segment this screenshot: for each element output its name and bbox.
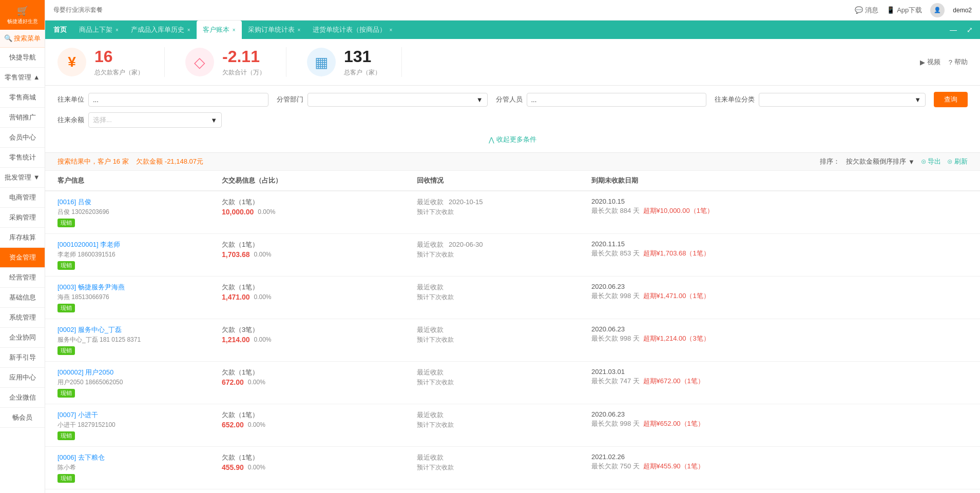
debt-count: 欠款（1笔）: [222, 240, 417, 249]
sidebar-item-retail-mgmt[interactable]: 零售管理 ▲: [0, 68, 45, 88]
debt-count: 欠款（1笔）: [222, 198, 417, 207]
unit-category-label: 往来单位分类: [715, 95, 755, 104]
tab-purchase-order[interactable]: 采购订单统计表 ×: [242, 21, 307, 39]
sidebar: 🛒 畅捷通好生意 🔍 搜索菜单 快捷导航 零售管理 ▲ 零售商城 营销推广 会员…: [0, 0, 45, 493]
debt-info-cell: 欠款（1笔） 672.00 0.00%: [222, 368, 417, 386]
stat-icon-customers: ¥: [57, 48, 86, 76]
tab-minimize-button[interactable]: —: [947, 24, 959, 36]
customer-link[interactable]: [0016] 吕俊: [57, 198, 91, 206]
sidebar-item-biz-mgmt[interactable]: 经营管理: [0, 268, 45, 288]
sidebar-item-label: 畅会员: [12, 413, 32, 421]
username: demo2: [953, 7, 972, 14]
unit-category-select[interactable]: ▼: [759, 93, 926, 107]
tab-maximize-button[interactable]: ⤢: [964, 24, 976, 36]
sidebar-item-label: 批发管理: [5, 173, 31, 181]
customer-link[interactable]: [0003] 畅捷服务尹海燕: [57, 283, 125, 291]
tab-inbound-stats[interactable]: 进货单统计表（按商品） ×: [306, 21, 398, 39]
industry-label: 母婴行业演示套餐: [53, 6, 103, 14]
help-button[interactable]: ? 帮助: [949, 57, 968, 67]
export-button[interactable]: ⊙ 导出: [921, 157, 941, 166]
tab-product-offshelf[interactable]: 商品上下架 ×: [73, 21, 125, 39]
person-input[interactable]: ...: [527, 93, 707, 107]
help-icon: ?: [949, 58, 952, 66]
message-button[interactable]: 💬 消息: [855, 6, 878, 15]
sidebar-item-member[interactable]: 会员中心: [0, 128, 45, 148]
view-video-button[interactable]: ▶ 视频: [920, 57, 940, 67]
close-icon[interactable]: ×: [233, 27, 236, 33]
app-download-button[interactable]: 📱 App下载: [887, 6, 922, 15]
stat-num-customers: 16: [94, 47, 144, 66]
overdue-link[interactable]: 超期¥10,000.00（1笔）: [643, 207, 714, 214]
sidebar-item-basic-info[interactable]: 基础信息: [0, 288, 45, 308]
overdue-link[interactable]: 超期¥672.00（1笔）: [643, 377, 704, 385]
close-icon[interactable]: ×: [298, 27, 301, 33]
due-date-cell: 2020.11.15 最长欠款 853 天 超期¥1,703.68（1笔）: [591, 240, 968, 258]
sidebar-item-finance[interactable]: 资金管理: [0, 248, 45, 268]
recover-cell: 最近收款 预计下次收款: [417, 283, 591, 302]
customer-tag: 现销: [57, 219, 75, 227]
sidebar-item-purchase[interactable]: 采购管理: [0, 208, 45, 228]
customer-code: [0016]: [57, 198, 76, 206]
source-unit-input[interactable]: ...: [88, 93, 268, 107]
diamond-icon: ◇: [194, 54, 205, 71]
sort-arrow-icon: ▼: [908, 158, 915, 166]
sidebar-item-marketing[interactable]: 营销推广: [0, 108, 45, 128]
sidebar-item-label: 采购管理: [9, 213, 36, 221]
sidebar-item-corp-wechat[interactable]: 企业微信: [0, 388, 45, 408]
table-row: [0003] 畅捷服务尹海燕 海燕 18513066976 现销 欠款（1笔） …: [45, 277, 980, 319]
collapse-button[interactable]: ⋀ 收起更多条件: [57, 133, 968, 146]
search-button[interactable]: 查询: [934, 92, 968, 107]
table-row: [0007] 小进干 小进干 18279152100 现销 欠款（1笔） 652…: [45, 404, 980, 447]
sort-select[interactable]: 按欠款金额倒序排序 ▼: [846, 157, 915, 166]
overdue-link[interactable]: 超期¥652.00（1笔）: [643, 420, 704, 427]
stat-label-customers: 总欠款客户（家）: [94, 68, 144, 77]
result-unit: 家: [122, 157, 129, 165]
sidebar-search[interactable]: 🔍 搜索菜单: [0, 30, 45, 48]
due-date: 2020.10.15: [591, 198, 968, 205]
latest-collect-label: 最近收款 2020-10-15: [417, 198, 591, 207]
close-icon[interactable]: ×: [116, 27, 119, 33]
view-label: 视频: [927, 57, 940, 67]
sidebar-item-ecommerce[interactable]: 电商管理: [0, 188, 45, 208]
sidebar-item-label: 会员中心: [9, 133, 36, 141]
tab-customer-account[interactable]: 客户账本 ×: [197, 21, 242, 39]
overdue-info: 最长欠款 884 天 超期¥10,000.00（1笔）: [591, 206, 968, 215]
overdue-link[interactable]: 超期¥1,703.68（1笔）: [643, 249, 710, 257]
tab-label: 进货单统计表（按商品）: [313, 25, 386, 34]
customer-link[interactable]: [0001020001] 李老师: [57, 241, 120, 248]
balance-label: 往来余额: [57, 115, 84, 125]
customer-name-link[interactable]: [0016] 吕俊: [57, 198, 222, 207]
export-label: 导出: [928, 157, 941, 165]
customer-link[interactable]: [000002] 用户2050: [57, 368, 113, 376]
input-dots: ...: [93, 96, 99, 104]
due-date-cell: 2020.06.23 最长欠款 998 天 超期¥1,471.00（1笔）: [591, 283, 968, 301]
tab-home[interactable]: 首页: [47, 21, 73, 39]
content-area: ¥ 16 总欠款客户（家） ◇ -2.11 欠款合计（万） ▦: [45, 39, 980, 493]
close-icon[interactable]: ×: [389, 27, 392, 33]
refresh-button[interactable]: ⊙ 刷新: [947, 157, 968, 166]
sidebar-item-quick-nav[interactable]: 快捷导航: [0, 48, 45, 68]
filter-area: 往来单位 ... 分管部门 ▼ 分管人员 ...: [45, 86, 980, 153]
table-row: [0002] 服务中心_丁磊 服务中心_丁磊 181 0125 8371 现销 …: [45, 319, 980, 362]
dept-select[interactable]: ▼: [308, 93, 488, 107]
customer-link[interactable]: [0006] 去下粮仓: [57, 453, 105, 461]
customer-link[interactable]: [0007] 小进干: [57, 411, 98, 419]
sidebar-item-retail-stats[interactable]: 零售统计: [0, 148, 45, 168]
sidebar-item-sys-mgmt[interactable]: 系统管理: [0, 308, 45, 328]
sidebar-item-inventory[interactable]: 库存核算: [0, 228, 45, 248]
balance-select[interactable]: 选择... ▼: [88, 112, 222, 128]
overdue-link[interactable]: 超期¥1,471.00（1笔）: [643, 292, 710, 300]
debt-info-cell: 欠款（1笔） 1,471.00 0.00%: [222, 283, 417, 301]
sidebar-item-batch-mgmt[interactable]: 批发管理 ▼: [0, 168, 45, 188]
close-icon[interactable]: ×: [187, 27, 190, 33]
sidebar-item-corp-collab[interactable]: 企业协同: [0, 328, 45, 348]
sidebar-item-retail-mall[interactable]: 零售商城: [0, 88, 45, 108]
sidebar-item-app-center[interactable]: 应用中心: [0, 368, 45, 388]
tab-product-history[interactable]: 产成品入库单历史 ×: [125, 21, 197, 39]
overdue-link[interactable]: 超期¥1,214.00（3笔）: [643, 334, 710, 342]
sidebar-item-pro-member[interactable]: 畅会员: [0, 408, 45, 428]
customer-link[interactable]: [0002] 服务中心_丁磊: [57, 326, 122, 333]
overdue-link[interactable]: 超期¥455.90（1笔）: [643, 462, 704, 470]
dept-label: 分管部门: [277, 95, 303, 104]
sidebar-item-new-guide[interactable]: 新手引导: [0, 348, 45, 368]
